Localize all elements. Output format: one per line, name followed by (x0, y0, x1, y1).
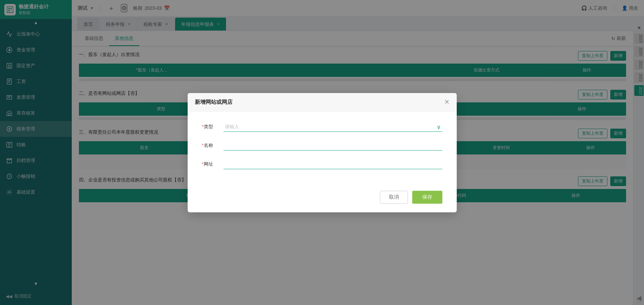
save-button[interactable]: 保存 (412, 191, 442, 204)
url-input[interactable] (224, 159, 442, 169)
form-row-name: *名称 (202, 140, 442, 151)
name-label: *名称 (202, 142, 224, 149)
modal-body: **类型类型 ∨ *名称 *网址 (188, 112, 457, 185)
name-field-wrap (224, 140, 442, 151)
modal-footer: 取消 保存 (188, 185, 457, 212)
form-row-type: **类型类型 ∨ (202, 122, 442, 132)
type-input[interactable] (224, 122, 442, 132)
modal-title: 新增网站或网店 (195, 99, 232, 106)
type-field-wrap: ∨ (224, 122, 442, 132)
modal-close-btn[interactable]: ✕ (444, 99, 450, 105)
modal-header: 新增网站或网店 ✕ (188, 93, 457, 112)
name-input[interactable] (224, 140, 442, 151)
modal-backdrop[interactable]: 新增网站或网店 ✕ **类型类型 ∨ *名称 (0, 0, 644, 305)
url-label: *网址 (202, 161, 224, 167)
type-label: **类型类型 (202, 124, 224, 130)
cancel-button[interactable]: 取消 (380, 191, 408, 204)
modal-add-website: 新增网站或网店 ✕ **类型类型 ∨ *名称 (188, 93, 457, 212)
form-row-url: *网址 (202, 159, 442, 169)
url-field-wrap (224, 159, 442, 169)
